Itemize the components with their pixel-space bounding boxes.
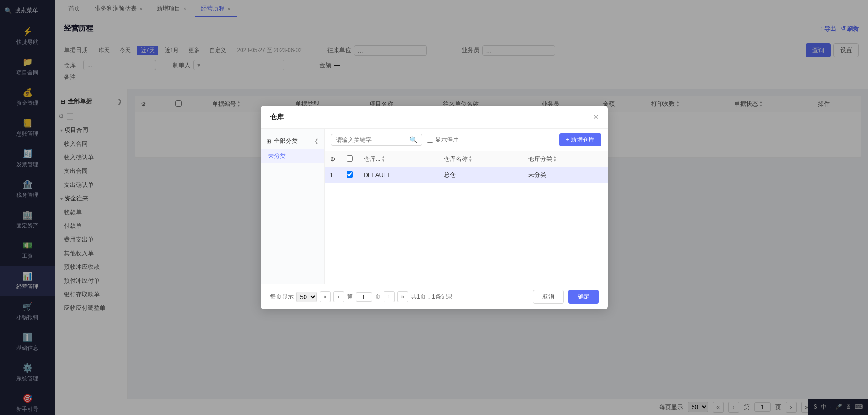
modal-toolbar: 🔍 显示停用 + 新增仓库 bbox=[325, 129, 608, 151]
warehouse-table: ⚙ 仓库... ▲▼ 仓库名称 bbox=[325, 151, 608, 183]
modal-sidebar-collapse[interactable]: ❮ bbox=[314, 138, 319, 144]
modal-col-checkbox[interactable] bbox=[341, 151, 358, 167]
modal-overlay: 仓库 × ⊞ 全部分类 ❮ 未分类 bbox=[0, 0, 868, 415]
modal-title: 仓库 bbox=[270, 113, 284, 121]
modal-sidebar: ⊞ 全部分类 ❮ 未分类 bbox=[261, 129, 325, 284]
modal-page-btn-prev[interactable]: ‹ bbox=[333, 291, 344, 302]
show-disabled-text: 显示停用 bbox=[435, 136, 459, 144]
modal-search-box[interactable]: 🔍 bbox=[331, 134, 422, 146]
modal-page-number-input[interactable] bbox=[356, 292, 372, 302]
show-disabled-checkbox[interactable] bbox=[427, 137, 433, 143]
modal-header: 仓库 × bbox=[261, 106, 608, 129]
modal-table: ⚙ 仓库... ▲▼ 仓库名称 bbox=[325, 151, 608, 284]
grid-icon-modal: ⊞ bbox=[266, 138, 271, 145]
modal-cancel-button[interactable]: 取消 bbox=[533, 290, 564, 304]
modal-page-btn-next[interactable]: › bbox=[384, 291, 395, 302]
row-name: 总仓 bbox=[438, 167, 523, 183]
modal-page-label: 页 bbox=[375, 293, 381, 301]
modal-col-category: 仓库分类 ▲▼ bbox=[523, 151, 607, 167]
row-code: DEFAULT bbox=[358, 167, 439, 183]
show-disabled-label[interactable]: 显示停用 bbox=[427, 136, 459, 144]
modal-body: ⊞ 全部分类 ❮ 未分类 🔍 显示停用 bbox=[261, 129, 608, 284]
modal-actions: 取消 确定 bbox=[533, 290, 599, 304]
modal-page-btn-first[interactable]: « bbox=[320, 291, 331, 302]
row-checkbox[interactable] bbox=[341, 167, 358, 183]
modal-pagination: 每页显示 50 « ‹ 第 页 › » 共1页，1条记录 bbox=[270, 291, 453, 302]
modal-sidebar-all-category[interactable]: ⊞ 全部分类 ❮ bbox=[261, 133, 324, 149]
modal-per-page-select[interactable]: 50 bbox=[296, 292, 317, 302]
row-id: 1 bbox=[325, 167, 341, 183]
modal-close-button[interactable]: × bbox=[594, 112, 599, 122]
modal-total-text: 共1页，1条记录 bbox=[411, 293, 453, 301]
add-warehouse-button[interactable]: + 新增仓库 bbox=[559, 133, 601, 146]
modal-page-label-pre: 第 bbox=[347, 293, 353, 301]
warehouse-modal: 仓库 × ⊞ 全部分类 ❮ 未分类 bbox=[261, 106, 608, 309]
modal-sidebar-uncategorized-label: 未分类 bbox=[268, 152, 286, 159]
warehouse-table-row[interactable]: 1 DEFAULT 总仓 未分类 bbox=[325, 167, 608, 183]
modal-search-input[interactable] bbox=[336, 137, 407, 143]
modal-sidebar-uncategorized[interactable]: 未分类 bbox=[261, 149, 324, 163]
search-icon-modal[interactable]: 🔍 bbox=[410, 136, 417, 143]
modal-sidebar-all-label: 全部分类 bbox=[274, 137, 298, 145]
modal-page-btn-last[interactable]: » bbox=[397, 291, 408, 302]
modal-col-code: 仓库... ▲▼ bbox=[358, 151, 439, 167]
modal-col-settings[interactable]: ⚙ bbox=[325, 151, 341, 167]
modal-main: 🔍 显示停用 + 新增仓库 ⚙ bbox=[325, 129, 608, 284]
modal-col-name: 仓库名称 ▲▼ bbox=[438, 151, 523, 167]
modal-footer: 每页显示 50 « ‹ 第 页 › » 共1页，1条记录 取消 确定 bbox=[261, 284, 608, 309]
modal-confirm-button[interactable]: 确定 bbox=[568, 290, 599, 304]
row-category: 未分类 bbox=[523, 167, 607, 183]
modal-per-page-label: 每页显示 bbox=[270, 293, 294, 301]
